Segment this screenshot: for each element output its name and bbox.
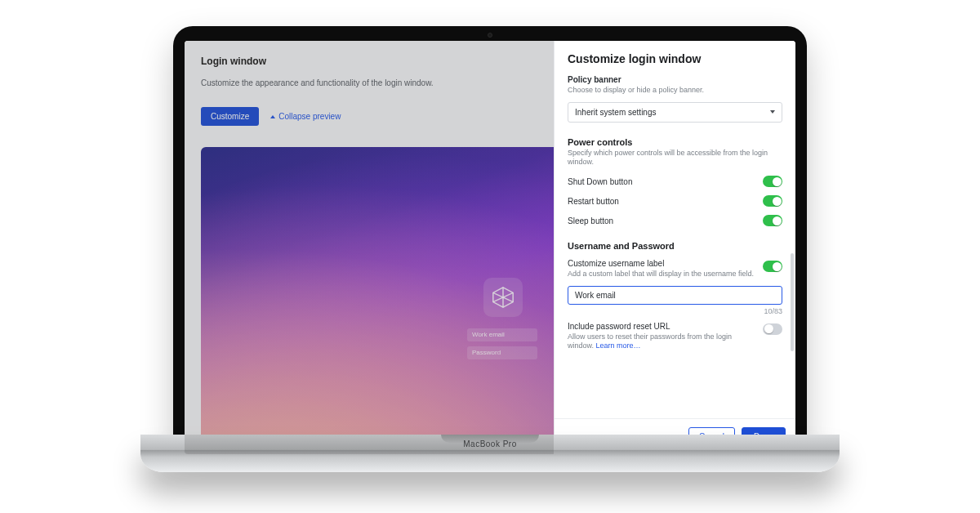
custom-username-input[interactable]: [568, 286, 782, 305]
customize-button[interactable]: Customize: [201, 107, 259, 126]
panel-title: Customize login window: [568, 52, 782, 65]
sleep-label: Sleep button: [568, 216, 613, 225]
login-window-page: Login window Customize the appearance an…: [185, 41, 554, 454]
chevron-down-icon: [770, 110, 775, 114]
policy-banner-selected: Inherit system settings: [575, 108, 656, 117]
username-password-heading: Username and Password: [568, 241, 782, 251]
sleep-toggle[interactable]: [763, 215, 782, 226]
power-controls-sub: Specify which power controls will be acc…: [568, 149, 782, 167]
policy-banner-select[interactable]: Inherit system settings: [568, 102, 782, 123]
learn-more-link[interactable]: Learn more…: [596, 341, 641, 350]
customize-login-panel: Customize login window Policy banner Cho…: [554, 41, 795, 454]
reset-url-sub-text: Allow users to reset their passwords fro…: [568, 332, 732, 350]
login-preview: Work email Password: [201, 147, 554, 454]
panel-scrollbar[interactable]: [791, 253, 794, 351]
custom-username-toggle[interactable]: [763, 261, 782, 272]
reset-url-label: Include password reset URL: [568, 322, 755, 331]
preview-username-field: Work email: [467, 328, 537, 341]
collapse-preview-label: Collapse preview: [278, 112, 341, 121]
custom-username-sub: Add a custom label that will display in …: [568, 270, 755, 279]
preview-password-field: Password: [467, 346, 537, 359]
policy-banner-label: Policy banner: [568, 75, 782, 84]
chevron-up-icon: [270, 115, 275, 118]
shutdown-label: Shut Down button: [568, 177, 633, 186]
policy-banner-sub: Choose to display or hide a policy banne…: [568, 86, 782, 96]
reset-url-toggle[interactable]: [763, 323, 782, 335]
shutdown-toggle[interactable]: [763, 176, 782, 187]
char-count: 10/83: [568, 307, 782, 315]
page-title: Login window: [201, 56, 537, 67]
device-label: MacBook Pro: [463, 439, 517, 448]
custom-username-label: Customize username label: [568, 259, 755, 268]
page-description: Customize the appearance and functionali…: [201, 78, 537, 87]
camera-dot: [488, 33, 492, 38]
power-controls-heading: Power controls: [568, 137, 782, 147]
collapse-preview-link[interactable]: Collapse preview: [270, 112, 341, 121]
app-cube-icon: [483, 278, 523, 317]
restart-toggle[interactable]: [763, 195, 782, 207]
reset-url-sub: Allow users to reset their passwords fro…: [568, 332, 755, 351]
restart-label: Restart button: [568, 197, 619, 206]
